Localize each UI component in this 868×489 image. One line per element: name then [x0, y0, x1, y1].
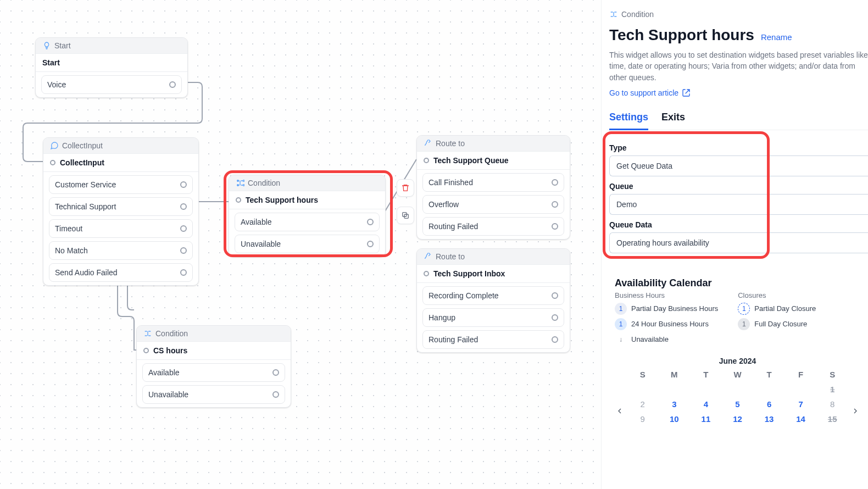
legend-head-closures: Closures [738, 291, 816, 299]
queue-select[interactable]: Demo [609, 194, 868, 215]
node-exit[interactable]: No Match [49, 241, 193, 260]
node-route-inbox[interactable]: Route to Tech Support Inbox Recording Co… [416, 248, 570, 353]
calendar-dow: W [723, 370, 753, 379]
legend-item: 1Partial Day Closure [738, 303, 816, 315]
calendar-day[interactable]: 14 [786, 414, 816, 424]
external-link-icon [682, 88, 691, 97]
node-header: CollectInput [43, 138, 198, 154]
node-exit[interactable]: Overflow [422, 195, 564, 214]
copy-button[interactable] [397, 207, 414, 224]
condition-icon [236, 179, 244, 187]
calendar-dow: F [786, 370, 816, 379]
calendar-next-button[interactable] [849, 405, 861, 417]
calendar-day[interactable]: 7 [786, 399, 816, 409]
node-exit[interactable]: Timeout [49, 219, 193, 238]
output-port[interactable] [552, 314, 558, 321]
rename-link[interactable]: Rename [761, 32, 792, 42]
flow-canvas[interactable]: Start Start Voice CollectInput CollectIn… [0, 0, 601, 489]
node-title: Start [36, 54, 187, 72]
node-exit[interactable]: Available [142, 363, 285, 382]
output-port[interactable] [180, 181, 187, 188]
calendar-day[interactable]: 3 [660, 399, 689, 409]
legend-item: 124 Hour Business Hours [615, 318, 718, 330]
calendar-dow: T [691, 370, 721, 379]
output-port[interactable] [272, 391, 279, 398]
support-article-link[interactable]: Go to support article [607, 88, 691, 97]
node-exit[interactable]: Hangup [422, 308, 564, 327]
node-condition-tech[interactable]: Condition Tech Support hours Available U… [229, 175, 386, 257]
calendar-dow: S [817, 370, 847, 379]
node-condition-cs[interactable]: Condition CS hours Available Unavailable [136, 325, 291, 408]
tab-settings[interactable]: Settings [609, 109, 648, 130]
calendar-day[interactable]: 13 [754, 414, 784, 424]
calendar-day[interactable]: 12 [723, 414, 753, 424]
node-type-label: Start [54, 41, 71, 50]
queue-data-label: Queue Data [609, 220, 868, 229]
node-title: Tech Support Queue [417, 152, 570, 170]
tab-exits[interactable]: Exits [661, 109, 685, 130]
input-port[interactable] [424, 158, 429, 163]
legend-head-business: Business Hours [615, 291, 718, 299]
calendar-day[interactable]: 8 [817, 399, 847, 409]
breadcrumb: Condition [607, 10, 868, 19]
output-port[interactable] [552, 179, 558, 186]
input-port[interactable] [143, 348, 149, 353]
calendar-dow: S [628, 370, 658, 379]
output-port[interactable] [180, 203, 187, 210]
legend-item: 1Partial Day Business Hours [615, 303, 718, 315]
node-exit[interactable]: Call Finished [422, 173, 564, 192]
node-exit[interactable]: Technical Support [49, 197, 193, 216]
input-port[interactable] [50, 160, 55, 165]
node-collect-input[interactable]: CollectInput CollectInput Customer Servi… [43, 137, 199, 286]
calendar-day[interactable]: 6 [754, 399, 784, 409]
calendar-day[interactable]: 11 [691, 414, 721, 424]
node-exit[interactable]: Send Audio Failed [49, 263, 193, 282]
node-exit[interactable]: Routing Failed [422, 217, 564, 236]
output-port[interactable] [367, 219, 374, 225]
calendar-prev-button[interactable] [614, 405, 626, 417]
queue-data-select[interactable]: Operating hours availability [609, 232, 868, 253]
node-exit-voice[interactable]: Voice [41, 75, 182, 94]
calendar-day[interactable]: 10 [660, 414, 689, 424]
node-exit[interactable]: Recording Complete [422, 286, 564, 305]
output-port[interactable] [272, 369, 279, 376]
output-port[interactable] [169, 81, 176, 88]
widget-description: This widget allows you to set destinatio… [607, 49, 868, 83]
tabs: Settings Exits [607, 109, 868, 130]
node-start[interactable]: Start Start Voice [35, 37, 188, 98]
input-port[interactable] [424, 271, 429, 276]
node-exit[interactable]: Customer Service [49, 175, 193, 194]
calendar-dow: T [754, 370, 784, 379]
input-port[interactable] [236, 197, 241, 203]
output-port[interactable] [180, 269, 187, 276]
node-header: Start [36, 38, 187, 54]
node-exit[interactable]: Unavailable [142, 385, 285, 404]
output-port[interactable] [552, 336, 558, 343]
node-exit[interactable]: Routing Failed [422, 330, 564, 349]
type-select[interactable]: Get Queue Data [609, 155, 868, 176]
delete-button[interactable] [397, 179, 414, 197]
node-header: Condition [229, 175, 385, 191]
route-icon [424, 139, 432, 148]
calendar-day[interactable]: 2 [628, 399, 658, 409]
node-route-queue[interactable]: Route to Tech Support Queue Call Finishe… [416, 135, 570, 240]
output-port[interactable] [552, 201, 558, 208]
output-port[interactable] [552, 223, 558, 230]
node-exit[interactable]: Available [235, 213, 380, 231]
output-port[interactable] [180, 225, 187, 232]
calendar-day[interactable]: 5 [723, 399, 753, 409]
output-port[interactable] [367, 241, 374, 247]
calendar-day[interactable]: 1 [817, 385, 847, 394]
node-title: CS hours [137, 342, 291, 360]
output-port[interactable] [180, 247, 187, 254]
node-header: Route to [417, 136, 570, 152]
calendar-day[interactable]: 4 [691, 399, 721, 409]
node-exit[interactable]: Unavailable [235, 235, 380, 253]
node-title: CollectInput [43, 154, 198, 172]
legend-item: 1Full Day Closure [738, 318, 816, 330]
calendar-day[interactable]: 9 [628, 414, 658, 424]
calendar-day[interactable]: 15 [817, 414, 847, 424]
calendar-dow: M [660, 370, 689, 379]
output-port[interactable] [552, 292, 558, 299]
condition-icon [143, 329, 152, 338]
